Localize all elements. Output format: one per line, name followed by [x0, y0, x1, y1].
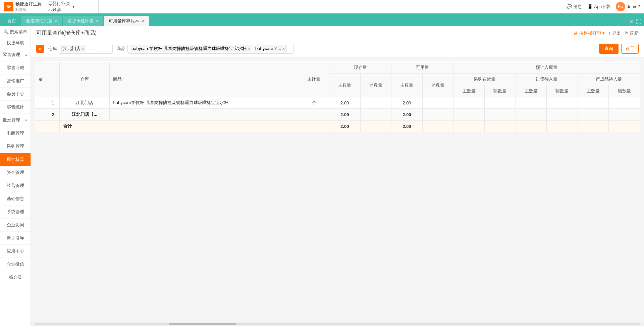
tab-income-close[interactable]: ✕ [54, 19, 57, 24]
template-badge: 标准版 [15, 7, 42, 12]
tab-close-all-btn[interactable]: ✕ [629, 18, 633, 25]
product-filter-tags[interactable]: babycare学饮杯 儿童防摔防撞吸管杯重力球吸嘴杯宝宝水杯 ✕ babyca… [127, 44, 294, 54]
th-product: 商品 [110, 62, 298, 97]
subtotal-row: 2 江北门店【... 2.00 2.00 [35, 109, 640, 121]
tab-available-stock[interactable]: 可用量库存账本 ✕ [104, 16, 149, 26]
product-tag-2: babycare？... ✕ [254, 45, 287, 52]
total-inc-aux [547, 121, 578, 132]
app-icon: 📱 [587, 4, 593, 9]
total-prod-aux [609, 121, 640, 132]
header-right: 💬 消息 📱 App下载 Ea demo2 [567, 2, 640, 11]
sidebar-item-inventory[interactable]: 库存核算 [0, 153, 31, 166]
horizontal-scrollbar[interactable] [31, 322, 644, 326]
tab-available-stock-close[interactable]: ✕ [141, 19, 144, 24]
sidebar-item-purchase[interactable]: 采购管理 [0, 140, 31, 153]
logo-area: 好 畅捷通好生意 标准版 [4, 1, 42, 12]
print-icon: 🖨 [574, 31, 578, 36]
total-current-main: 2.00 [329, 121, 360, 132]
sidebar-item-finance[interactable]: 资金管理 [0, 166, 31, 179]
product-filter-group: 商品 babycare学饮杯 儿童防摔防撞吸管杯重力球吸嘴杯宝宝水杯 ✕ bab… [117, 44, 294, 54]
user-area[interactable]: Ea demo2 [616, 2, 640, 11]
row-incoming-main [516, 97, 547, 109]
inventory-table: ⚙ 仓库 商品 主计量 现存量 可用量 预计入库量 主数量 辅数量 主数量 辅数… [35, 61, 640, 132]
subtotal-current-aux [360, 109, 391, 121]
subtotal-inc-main [516, 109, 547, 121]
store-selector[interactable]: 母婴行业演示账套 ▾ [45, 0, 99, 14]
sidebar-item-ecommerce[interactable]: 电商管理 [0, 127, 31, 140]
table-row: 1 江北门店 babycare学饮杯 儿童防摔防撞吸管杯重力球吸嘴杯宝宝水杯 个… [35, 97, 640, 109]
th-settings: ⚙ [35, 62, 46, 97]
subtotal-avail-aux [422, 109, 453, 121]
th-prod-main: 主数量 [578, 85, 609, 97]
tab-income[interactable]: 收发存汇总表 ✕ [21, 16, 62, 26]
main-layout: 🔍 搜索菜单 快捷导航 零售管理 ▲ 零售商城 营销推广 会员中心 零售统计 [0, 26, 644, 326]
th-warehouse: 仓库 [60, 62, 110, 97]
sidebar-search[interactable]: 🔍 搜索菜单 [0, 26, 31, 38]
sidebar: 🔍 搜索菜单 快捷导航 零售管理 ▲ 零售商城 营销推广 会员中心 零售统计 [0, 26, 31, 326]
dropdown-icon: ▾ [72, 4, 96, 9]
user-name: demo2 [627, 4, 640, 9]
th-current-aux: 辅数量 [360, 74, 391, 97]
subtotal-prod-main [578, 109, 609, 121]
subtotal-pur-aux [484, 109, 516, 121]
sidebar-item-basic[interactable]: 基础信息 [0, 192, 31, 205]
product-label: 商品 [117, 46, 125, 52]
warehouse-filter-tags[interactable]: 江北门店 ✕ ··· [59, 44, 113, 54]
tab-order-stat[interactable]: 要货单统计表 ✕ [63, 16, 103, 26]
subtotal-pur-main [453, 109, 485, 121]
warehouse-tag: 江北门店 ✕ [61, 45, 86, 52]
product-tag2-close[interactable]: ✕ [282, 47, 285, 51]
sidebar-item-system[interactable]: 系统管理 [0, 205, 31, 219]
sidebar-item-member[interactable]: 会员中心 [0, 88, 31, 101]
sidebar-item-wholesale[interactable]: 批发管理 ▼ [0, 114, 31, 127]
sidebar-quick-nav[interactable]: 快捷导航 [0, 38, 31, 48]
content-area: 可用量查询(按仓库+商品) 🖨 按模板打印 ▾ ↑ 导出 ↻ 刷新 » [31, 26, 644, 326]
tab-bar-right: ✕ ⛶ [629, 18, 641, 26]
row-avail-main: 2.00 [391, 97, 423, 109]
scrollbar-thumb[interactable] [169, 323, 236, 325]
th-current-stock: 现存量 [329, 62, 391, 74]
search-icon: 🔍 [3, 29, 9, 34]
message-btn[interactable]: 💬 消息 [567, 4, 582, 10]
product-tag1-close[interactable]: ✕ [248, 47, 251, 51]
row-current-aux [360, 97, 391, 109]
row-pur-trans-aux [484, 97, 516, 109]
export-btn[interactable]: ↑ 导出 [609, 30, 621, 36]
tab-order-stat-close[interactable]: ✕ [96, 19, 99, 24]
sidebar-item-retail-mall[interactable]: 零售商城 [0, 61, 31, 75]
sidebar-item-new-guide[interactable]: 新手引导 [0, 232, 31, 245]
filter-area: » 仓库 江北门店 ✕ ··· 商品 babycare学饮杯 儿童防摔防撞吸管杯… [31, 40, 644, 57]
setting-btn[interactable]: 设置 [621, 44, 639, 54]
query-btn[interactable]: 查询 [599, 44, 619, 54]
refresh-icon: ↻ [625, 31, 629, 36]
sidebar-item-corp-wechat[interactable]: 企业微信 [0, 258, 31, 271]
sidebar-item-enterprise[interactable]: 企业协同 [0, 219, 31, 232]
row-incoming-aux [547, 97, 578, 109]
row-settings [35, 97, 46, 109]
row-pur-trans-main [453, 97, 485, 109]
sidebar-item-retail[interactable]: 零售管理 ▲ [0, 48, 31, 61]
sidebar-item-operations[interactable]: 经营管理 [0, 179, 31, 192]
sidebar-item-marketing[interactable]: 营销推广 [0, 75, 31, 88]
print-dropdown-icon: ▾ [602, 31, 605, 36]
store-name: 母婴行业演示账套 [48, 1, 71, 13]
scrollbar-track [35, 323, 640, 325]
tab-home[interactable]: 首页 [3, 16, 21, 26]
total-label: 合计 [60, 121, 329, 132]
warehouse-tag-close[interactable]: ✕ [82, 47, 85, 51]
total-row: 合计 2.00 2.00 [35, 121, 640, 132]
sidebar-item-app-center[interactable]: 应用中心 [0, 245, 31, 258]
filter-ellipsis: ··· [88, 46, 94, 51]
sidebar-item-member2[interactable]: 畅会员 [0, 271, 31, 284]
sidebar-item-retail-stat[interactable]: 零售统计 [0, 101, 31, 114]
product-tag-1: babycare学饮杯 儿童防摔防撞吸管杯重力球吸嘴杯宝宝水杯 ✕ [130, 45, 252, 52]
expand-filter-btn[interactable]: » [36, 45, 44, 53]
refresh-btn[interactable]: ↻ 刷新 [625, 30, 639, 36]
row-product: babycare学饮杯 儿童防摔防撞吸管杯重力球吸嘴杯宝宝水杯 [110, 97, 298, 109]
chevron-up-icon: ▲ [24, 53, 28, 57]
total-no [46, 121, 60, 132]
subtotal-current-main: 2.00 [329, 109, 360, 121]
tab-expand-btn[interactable]: ⛶ [636, 19, 641, 25]
print-btn[interactable]: 🖨 按模板打印 ▾ [574, 30, 605, 36]
app-download-btn[interactable]: 📱 App下载 [587, 4, 610, 10]
